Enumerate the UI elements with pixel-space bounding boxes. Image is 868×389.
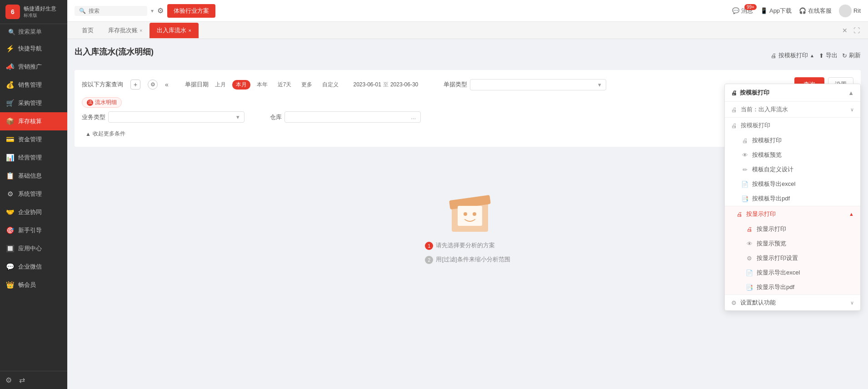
sidebar-item-basic[interactable]: 📋 基础信息 (0, 167, 67, 185)
sidebar-search-label: 搜索菜单 (18, 28, 42, 36)
dropdown-current-label: 当前：出入库流水 (741, 105, 788, 114)
warehouse-field[interactable]: ... (284, 111, 421, 123)
tab-home[interactable]: 首页 (75, 23, 101, 38)
sidebar-item-label: 快捷导航 (18, 45, 42, 53)
sidebar-item-member[interactable]: 👑 畅会员 (0, 276, 67, 294)
sidebar-item-label: 销售管理 (18, 81, 42, 89)
tab-current-close-icon[interactable]: × (188, 28, 191, 33)
sidebar-item-shortcut[interactable]: ⚡ 快捷导航 (0, 40, 67, 58)
print-template-label: 按模板打印 (778, 51, 808, 60)
tab-current[interactable]: 出入库流水 × (150, 23, 198, 38)
date-range-end: 2023-06-30 (390, 81, 418, 88)
date-btn-more[interactable]: 更多 (298, 80, 316, 90)
step2-num: 2 (425, 256, 433, 264)
filter-collapse-icon[interactable]: « (165, 81, 169, 88)
dropdown-item-display-export-excel[interactable]: 📄 按显示导出excel (725, 265, 860, 280)
app-logo-icon: 6 (5, 5, 20, 19)
date-btn-custom[interactable]: 自定义 (319, 80, 342, 90)
type-select[interactable]: ▾ (470, 79, 606, 90)
sidebar-item-enterprise[interactable]: 🤝 企业协同 (0, 203, 67, 221)
dropdown-item-display-print[interactable]: 🖨 按显示打印 (725, 222, 860, 236)
sidebar-item-wechat[interactable]: 💬 企业微信 (0, 258, 67, 276)
type-label: 单据类型 (444, 80, 467, 89)
topbar-search-box[interactable]: 🔍 (75, 6, 147, 16)
collapse-sidebar-icon[interactable]: ⇄ (19, 376, 25, 384)
sidebar-item-marketing[interactable]: 📣 营销推广 (0, 58, 67, 76)
sidebar-item-label: 库存核算 (18, 117, 42, 125)
customer-service-button[interactable]: 🎧 在线客服 (799, 7, 832, 15)
trial-button[interactable]: 体验行业方案 (167, 4, 215, 18)
dropdown-item-design-template[interactable]: ✏ 模板自定义设计 (725, 162, 860, 177)
guide-icon: 🎯 (5, 226, 15, 235)
user-profile[interactable]: Rit (839, 5, 861, 17)
dropdown-current-header[interactable]: 🖨 当前：出入库流水 ∨ (725, 102, 860, 117)
dropdown-item-preview-template[interactable]: 👁 按模板预览 (725, 148, 860, 162)
sidebar-item-label: 企业协同 (18, 208, 42, 216)
brand-badge: 标准版 (24, 12, 56, 19)
tab-batch-close-icon[interactable]: × (140, 28, 142, 33)
sidebar-item-label: 畅会员 (18, 281, 36, 289)
sidebar-item-inventory[interactable]: 📦 库存核算 (0, 112, 67, 130)
topbar-gear-icon[interactable]: ⚙ (157, 6, 164, 15)
chevron-up-icon: ▲ (85, 131, 91, 137)
sidebar-item-operation[interactable]: 📊 经营管理 (0, 149, 67, 167)
sidebar-item-sales[interactable]: 💰 销售管理 (0, 76, 67, 94)
print-template-item-label: 按模板打印 (752, 136, 782, 145)
display-section-arrow[interactable]: ▲ (849, 211, 854, 217)
filter-add-button[interactable]: + (130, 80, 140, 90)
date-btn-this-month[interactable]: 本月 (232, 80, 250, 90)
sidebar-item-guide[interactable]: 🎯 新手引导 (0, 221, 67, 239)
dropdown-display-header[interactable]: 🖨 按显示打印 ▲ (725, 206, 860, 222)
filter-settings-button[interactable]: ⚙ (148, 80, 158, 90)
member-icon: 👑 (5, 280, 15, 289)
tab-batch[interactable]: 库存批次账 × (101, 23, 150, 38)
export-button[interactable]: ⬆ 导出 (819, 51, 838, 60)
message-badge: 99+ (744, 4, 757, 10)
dropdown-item-display-preview[interactable]: 👁 按显示预览 (725, 236, 860, 251)
sidebar-search[interactable]: 🔍 搜索菜单 (0, 24, 67, 40)
dropdown-item-print-template[interactable]: 🖨 按模板打印 (725, 133, 860, 148)
empty-illustration (445, 189, 490, 234)
brand-name: 畅捷通好生意 (24, 5, 56, 13)
message-icon: 💬 (732, 7, 739, 14)
sidebar-bottom: ⚙ ⇄ (0, 371, 67, 389)
topbar-chevron-icon[interactable]: ▾ (151, 8, 154, 14)
printer-icon: 🖨 (771, 52, 777, 59)
dropdown-display-section: 🖨 按显示打印 ▲ 🖨 按显示打印 👁 按显示预览 ⚙ 按显示打印设置 (725, 206, 860, 295)
dropdown-current-arrow[interactable]: ∨ (850, 107, 854, 113)
display-preview-icon: 👁 (746, 240, 753, 247)
message-button[interactable]: 💬 消息 99+ (732, 7, 753, 15)
type-select-arrow: ▾ (598, 81, 601, 88)
dropdown-footer-label: 设置默认功能 (740, 299, 776, 307)
dropdown-close-icon[interactable]: ▲ (848, 90, 854, 96)
phone-icon: 📱 (760, 7, 768, 14)
dropdown-footer-arrow[interactable]: ∨ (850, 300, 854, 306)
dropdown-item-export-pdf-template[interactable]: 📑 按模板导出pdf (725, 191, 860, 206)
sidebar-item-finance[interactable]: 💳 资金管理 (0, 130, 67, 149)
window-maximize-icon[interactable]: ⛶ (853, 26, 861, 35)
display-print-icon: 🖨 (746, 225, 753, 233)
topbar-search-input[interactable] (89, 8, 125, 14)
dropdown-item-display-settings[interactable]: ⚙ 按显示打印设置 (725, 251, 860, 265)
window-close-icon[interactable]: ✕ (841, 26, 849, 35)
sidebar-item-system[interactable]: ⚙ 系统管理 (0, 185, 67, 203)
date-btn-this-year[interactable]: 本年 (253, 80, 271, 90)
date-btn-7days[interactable]: 近7天 (274, 80, 295, 90)
settings-icon[interactable]: ⚙ (5, 376, 12, 384)
refresh-button[interactable]: ↻ 刷新 (842, 51, 861, 60)
app-download-button[interactable]: 📱 App下载 (760, 7, 792, 15)
wechat-icon: 💬 (5, 262, 15, 271)
dropdown-item-display-export-pdf[interactable]: 📑 按显示导出pdf (725, 280, 860, 294)
dropdown-template-header[interactable]: 🖨 按模板打印 (725, 118, 860, 133)
display-export-pdf-icon: 📑 (746, 284, 753, 291)
print-template-button[interactable]: 🖨 按模板打印 ▲ (771, 51, 814, 60)
biz-type-select[interactable]: ▾ (108, 111, 244, 123)
sidebar-item-purchase[interactable]: 🛒 采购管理 (0, 94, 67, 112)
filter-tag-detail[interactable]: 流 流水明细 (82, 97, 122, 108)
type-filter-section: 单据类型 ▾ (444, 79, 606, 90)
dropdown-item-export-excel-template[interactable]: 📄 按模板导出excel (725, 177, 860, 191)
dropdown-footer[interactable]: ⚙ 设置默认功能 ∨ (725, 295, 860, 310)
sidebar-item-apps[interactable]: 🔲 应用中心 (0, 239, 67, 258)
date-btn-last-month[interactable]: 上月 (211, 80, 229, 90)
dropdown-title: 🖨 按模板打印 (731, 89, 769, 97)
